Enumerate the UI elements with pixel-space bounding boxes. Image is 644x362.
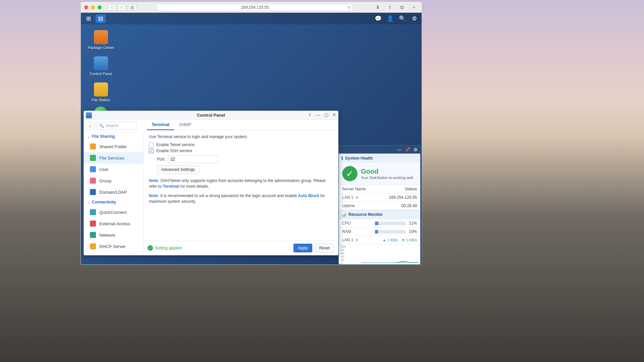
desktop-icon-label: Control Panel xyxy=(90,72,112,76)
newtab-icon[interactable]: ＋ xyxy=(410,4,418,11)
cp-titlebar[interactable]: Control Panel ？ — ▢ ✕ xyxy=(84,111,338,120)
sidebar-item-external-access[interactable]: External Access xyxy=(84,218,143,229)
window-traffic-lights[interactable] xyxy=(84,5,102,9)
zoom-icon[interactable] xyxy=(98,5,102,9)
sidebar-category[interactable]: ⌄File Sharing xyxy=(84,132,143,141)
kv-value: Videos xyxy=(405,187,417,191)
sidebar-item-group[interactable]: Group xyxy=(84,175,143,186)
sidebar-item-dhcp-server[interactable]: DHCP Server xyxy=(84,241,143,252)
checkbox-icon[interactable]: ✓ xyxy=(149,148,154,153)
url-bar[interactable]: 169.254.125.55 ↻ xyxy=(157,4,353,11)
close-icon[interactable] xyxy=(84,5,88,9)
cp-sidebar[interactable]: ⌄File SharingShared FolderFile ServicesU… xyxy=(84,132,144,252)
success-icon: ✓ xyxy=(148,245,153,251)
kv-value: 00:28:49 xyxy=(401,203,417,208)
forward-button[interactable]: › xyxy=(117,4,126,11)
note-2: Note: It is recommended to set a strong … xyxy=(149,193,333,205)
widgets-icon[interactable]: ⚙︎ xyxy=(410,14,419,23)
checkbox-icon[interactable] xyxy=(149,142,154,147)
sidebar-item-label: User xyxy=(99,167,108,172)
info-icon: ℹ︎ xyxy=(341,156,343,161)
home-button[interactable]: ⌂ xyxy=(86,122,95,130)
user-icon[interactable]: 👤 xyxy=(385,14,395,23)
tab-snmp[interactable]: SNMP xyxy=(174,120,196,130)
minimize-icon[interactable] xyxy=(91,5,95,9)
kv-row: Uptime 00:28:49 xyxy=(339,201,420,210)
sidebar-icon xyxy=(90,221,96,227)
share-icon[interactable]: ⇪ xyxy=(385,4,394,11)
taskbar-app-controlpanel[interactable]: ▤ xyxy=(96,14,106,23)
dsm-desktop: ⊞ ▤ 💬 👤 🔍 ⚙︎ Package Center Control Pane… xyxy=(80,13,422,265)
cpu-row: CPU 11% xyxy=(339,219,420,227)
section-label: Resource Monitor xyxy=(348,212,383,217)
widget-settings-icon[interactable]: ⚙︎ xyxy=(414,147,418,152)
notifications-icon[interactable]: 💬 xyxy=(373,14,383,23)
download-icon[interactable]: ⬇ xyxy=(373,4,382,11)
package-center-icon xyxy=(94,30,108,44)
sidebar-item-user[interactable]: User xyxy=(84,164,143,175)
cp-toolbar: ⌂ 🔍 Search xyxy=(84,120,144,132)
close-button[interactable]: ✕ xyxy=(332,112,336,118)
ram-value: 10% xyxy=(375,229,417,234)
tab-terminal[interactable]: Terminal xyxy=(147,120,174,130)
sidebar-category[interactable]: ⌄Connectivity xyxy=(84,198,143,206)
lan-label: LAN 1 ▾ xyxy=(342,238,358,242)
advanced-settings-button[interactable]: Advanced Settings xyxy=(157,165,199,174)
apply-button[interactable]: Apply xyxy=(293,244,312,252)
safari-chrome: ‹ › ▥ 169.254.125.55 ↻ ⬇ ⇪ ⧉ ＋ xyxy=(80,2,422,13)
sidebar-item-network[interactable]: Network xyxy=(84,229,143,241)
sidebar-icon xyxy=(90,189,96,195)
note-label: Note: xyxy=(149,193,159,198)
chevron-down-icon[interactable]: ▾ xyxy=(356,238,358,242)
tabs-icon[interactable]: ⧉ xyxy=(397,4,406,11)
url-text: 169.254.125.55 xyxy=(241,5,269,10)
main-menu-icon[interactable]: ⊞ xyxy=(84,14,94,23)
dsm-taskbar: ⊞ ▤ 💬 👤 🔍 ⚙︎ xyxy=(81,13,422,24)
search-placeholder: Search xyxy=(106,123,118,128)
sidebar-item-label: Network xyxy=(99,233,115,238)
sidebar-icon xyxy=(90,143,96,149)
sidebar-icon xyxy=(90,232,96,238)
desktop-icon-control-panel[interactable]: Control Panel xyxy=(88,56,114,76)
minimize-button[interactable]: — xyxy=(316,112,320,118)
chevron-down-icon[interactable]: ▾ xyxy=(356,195,358,200)
sidebar-item-file-services[interactable]: File Services xyxy=(84,152,143,164)
port-input[interactable] xyxy=(168,155,218,163)
port-label: Port: xyxy=(157,157,165,162)
ssh-checkbox-row[interactable]: ✓ Enable SSH service xyxy=(149,148,333,153)
autoblock-link[interactable]: Auto Block xyxy=(298,193,319,198)
widget-pin-icon[interactable]: 📌 xyxy=(405,147,410,152)
sidebar-item-label: DHCP Server xyxy=(99,244,126,249)
chevron-down-icon: ⌄ xyxy=(87,135,90,138)
kv-row: Server Name Videos xyxy=(339,185,420,193)
sidebar-icon xyxy=(90,166,96,172)
sidebar-item-label: Group xyxy=(99,178,111,183)
sidebar-item-quickconnect[interactable]: QuickConnect xyxy=(84,206,143,218)
chevron-down-icon: ⌄ xyxy=(87,200,90,204)
widget-minimize-icon[interactable]: — xyxy=(397,147,401,152)
desktop-icon-file-station[interactable]: File Station xyxy=(88,82,114,102)
sidebar-item-label: File Services xyxy=(99,156,124,161)
sidebar-item-domain-ldap[interactable]: Domain/LDAP xyxy=(84,186,143,198)
reload-icon[interactable]: ↻ xyxy=(347,5,351,10)
sidebar-item-label: QuickConnect xyxy=(99,210,127,215)
sparkline-chart xyxy=(361,246,418,263)
desktop-icon-label: File Station xyxy=(92,98,110,102)
telnet-checkbox-row[interactable]: Enable Telnet service xyxy=(149,142,333,147)
upload-icon: ▲ xyxy=(382,238,387,242)
file-station-icon xyxy=(94,82,108,97)
maximize-button[interactable]: ▢ xyxy=(324,112,328,118)
sidebar-button[interactable]: ▥ xyxy=(128,4,137,11)
search-icon: 🔍 xyxy=(99,123,104,128)
sidebar-item-shared-folder[interactable]: Shared Folder xyxy=(84,141,143,152)
network-sparkline: 100806040200 xyxy=(339,244,420,264)
download-value: 1 KB/s xyxy=(406,238,417,242)
reset-button[interactable]: Reset xyxy=(315,244,334,252)
desktop-icon-package-center[interactable]: Package Center xyxy=(88,30,114,50)
help-button[interactable]: ？ xyxy=(308,112,312,118)
system-health-title: ℹ︎ System Health xyxy=(339,154,420,163)
search-icon[interactable]: 🔍 xyxy=(397,14,407,23)
search-input[interactable]: 🔍 Search xyxy=(97,122,137,130)
back-button[interactable]: ‹ xyxy=(108,4,116,11)
terminal-link[interactable]: Terminal xyxy=(163,184,179,189)
